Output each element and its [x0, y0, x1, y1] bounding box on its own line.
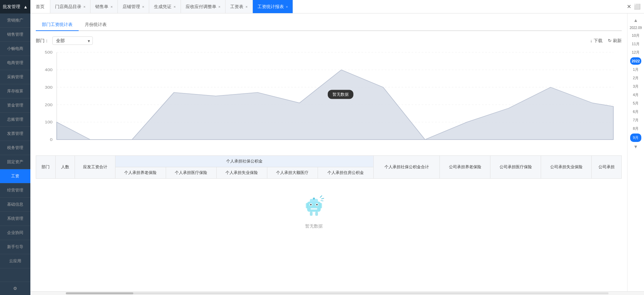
svg-line-28: [321, 201, 323, 201]
sidebar-item-新手引导[interactable]: 新手引导: [0, 240, 30, 254]
tab-4[interactable]: 生成凭证×: [149, 0, 181, 13]
dept-select-wrapper[interactable]: 全部: [52, 36, 93, 45]
svg-rect-24: [310, 212, 313, 216]
sidebar-item-小畅电商[interactable]: 小畅电商: [0, 42, 30, 56]
col-company-medical: 公司承担医疗保险: [490, 156, 541, 179]
dept-select[interactable]: 全部: [52, 36, 93, 45]
timeline-down-nav[interactable]: ▼: [632, 143, 640, 151]
empty-state-text: 暂无数据: [305, 223, 323, 229]
tab-5[interactable]: 应收应付调整单×: [181, 0, 225, 13]
svg-text:0: 0: [50, 138, 53, 142]
sidebar-item-营销推广[interactable]: 营销推广: [0, 13, 30, 28]
tab-3[interactable]: 店铺管理×: [118, 0, 149, 13]
col-personal-insurance-header: 个人承担社保公积金: [115, 156, 374, 167]
tab-close-2[interactable]: ×: [110, 5, 112, 9]
tab-0[interactable]: 首页: [30, 0, 50, 13]
dept-label: 部门：: [36, 38, 49, 44]
sidebar-item-发票管理[interactable]: 发票管理: [0, 127, 30, 141]
timeline-item-1月[interactable]: 1月: [629, 65, 642, 74]
timeline-item-9月[interactable]: 9月: [630, 134, 641, 142]
tab-close-6[interactable]: ×: [245, 5, 247, 9]
tab-bar: 首页门店商品目录×销售单×店铺管理×生成凭证×应收应付调整单×工资表×工资统计报…: [30, 0, 644, 13]
col-personal-unemployment: 个人承担失业保险: [216, 167, 267, 179]
timeline-panel: ▲ 2022.09 10月11月12月20221月2月3月4月5月6月7月8月9…: [627, 13, 644, 291]
refresh-button[interactable]: ↻ 刷新: [608, 38, 622, 44]
sidebar-item-总账管理[interactable]: 总账管理: [0, 113, 30, 127]
timeline-up-nav[interactable]: ▲: [632, 16, 640, 24]
sidebar-item-固定资产[interactable]: 固定资产: [0, 155, 30, 169]
sidebar-item-税务管理[interactable]: 税务管理: [0, 141, 30, 155]
col-personal-medical: 个人承担医疗保险: [166, 167, 216, 179]
data-table: 部门 人数 应发工资合计 个人承担社保公积金 个人承担社保公积金合计 公司承担养…: [36, 155, 622, 243]
timeline-item-12月[interactable]: 12月: [629, 48, 642, 57]
sidebar-item-云应用[interactable]: 云应用: [0, 254, 30, 268]
sidebar-item-销售管理[interactable]: 销售管理: [0, 28, 30, 42]
tab-close-7[interactable]: ×: [286, 5, 288, 9]
sidebar-collapse-icon[interactable]: ▲: [23, 4, 28, 9]
timeline-item-6月[interactable]: 6月: [629, 108, 642, 116]
sidebar: 批发管理 ▲ 营销推广销售管理小畅电商电商管理采购管理库存核算资金管理总账管理发…: [0, 0, 30, 295]
timeline-item-3月[interactable]: 3月: [629, 82, 642, 91]
toolbar-right: ↓ 下载 ↻ 刷新: [590, 38, 622, 44]
sidebar-item-基础信息[interactable]: 基础信息: [0, 198, 30, 212]
col-personal-total: 个人承担社保公积金合计: [374, 156, 440, 179]
download-button[interactable]: ↓ 下载: [590, 38, 603, 44]
svg-line-26: [320, 196, 322, 198]
toolbar: 部门： 全部 ↓ 下载 ↻ 刷新: [36, 36, 622, 45]
sidebar-item-企业协同[interactable]: 企业协同: [0, 226, 30, 240]
timeline-item-11月[interactable]: 11月: [629, 40, 642, 48]
tab-close-3[interactable]: ×: [142, 5, 144, 9]
svg-point-16: [313, 198, 315, 200]
svg-rect-15: [310, 199, 318, 204]
timeline-item-10月[interactable]: 10月: [629, 31, 642, 40]
svg-marker-13: [57, 70, 613, 140]
refresh-icon: ↻: [608, 38, 612, 43]
tab-close-4[interactable]: ×: [173, 5, 176, 9]
timeline-item-5月[interactable]: 5月: [629, 99, 642, 108]
col-headcount: 人数: [55, 156, 75, 179]
sidebar-footer-settings[interactable]: ⚙: [0, 282, 30, 295]
sidebar-item-系统管理[interactable]: 系统管理: [0, 212, 30, 226]
col-total-wage: 应发工资合计: [75, 156, 115, 179]
chart-container: 0 100 200 300 400 500 暂无数据: [36, 49, 622, 150]
settings-icon: ⚙: [13, 286, 17, 291]
timeline-item-2月[interactable]: 2月: [629, 74, 642, 82]
col-personal-pension: 个人承担养老保险: [115, 167, 166, 179]
tab-1[interactable]: 门店商品目录×: [50, 0, 90, 13]
svg-rect-25: [315, 212, 318, 216]
sub-tab-0[interactable]: 部门工资统计表: [36, 19, 79, 31]
horizontal-scrollbar[interactable]: [30, 291, 644, 295]
sub-tab-bar: 部门工资统计表月份统计表: [36, 19, 622, 31]
tab-close-5[interactable]: ×: [218, 5, 220, 9]
tab-2[interactable]: 销售单×: [90, 0, 117, 13]
svg-point-20: [316, 204, 318, 205]
sidebar-header[interactable]: 批发管理 ▲: [0, 0, 30, 13]
sidebar-item-经营管理[interactable]: 经营管理: [0, 183, 30, 198]
sidebar-item-电商管理[interactable]: 电商管理: [0, 56, 30, 70]
tab-6[interactable]: 工资表×: [225, 0, 252, 13]
sidebar-item-工资[interactable]: 工资: [0, 169, 30, 183]
col-company-unemployment: 公司承担失业保险: [541, 156, 592, 179]
tab-bar-actions: ✕ ⬜: [623, 3, 644, 10]
restore-window-icon[interactable]: ⬜: [634, 3, 641, 10]
timeline-item-8月[interactable]: 8月: [629, 124, 642, 133]
chart-svg: 0 100 200 300 400 500: [36, 49, 622, 150]
timeline-item-2022[interactable]: 2022: [630, 57, 641, 65]
empty-state-row: 暂无数据: [36, 179, 622, 243]
empty-state: 暂无数据: [36, 179, 592, 243]
sidebar-item-采购管理[interactable]: 采购管理: [0, 70, 30, 84]
tab-close-1[interactable]: ×: [83, 5, 85, 9]
tab-7[interactable]: 工资统计报表×: [253, 0, 293, 13]
download-icon: ↓: [590, 38, 593, 43]
sidebar-item-资金管理[interactable]: 资金管理: [0, 98, 30, 113]
main-area: 首页门店商品目录×销售单×店铺管理×生成凭证×应收应付调整单×工资表×工资统计报…: [30, 0, 644, 295]
timeline-item-4月[interactable]: 4月: [629, 91, 642, 99]
sidebar-item-库存核算[interactable]: 库存核算: [0, 84, 30, 98]
col-company-other: 公司承担: [592, 156, 622, 179]
refresh-label: 刷新: [613, 38, 622, 44]
chart-no-data-tooltip: 暂无数据: [328, 90, 353, 99]
timeline-item-7月[interactable]: 7月: [629, 116, 642, 124]
sub-tab-1[interactable]: 月份统计表: [79, 19, 113, 31]
close-window-icon[interactable]: ✕: [627, 3, 631, 10]
col-personal-housing: 个人承担住房公积金: [318, 167, 373, 179]
